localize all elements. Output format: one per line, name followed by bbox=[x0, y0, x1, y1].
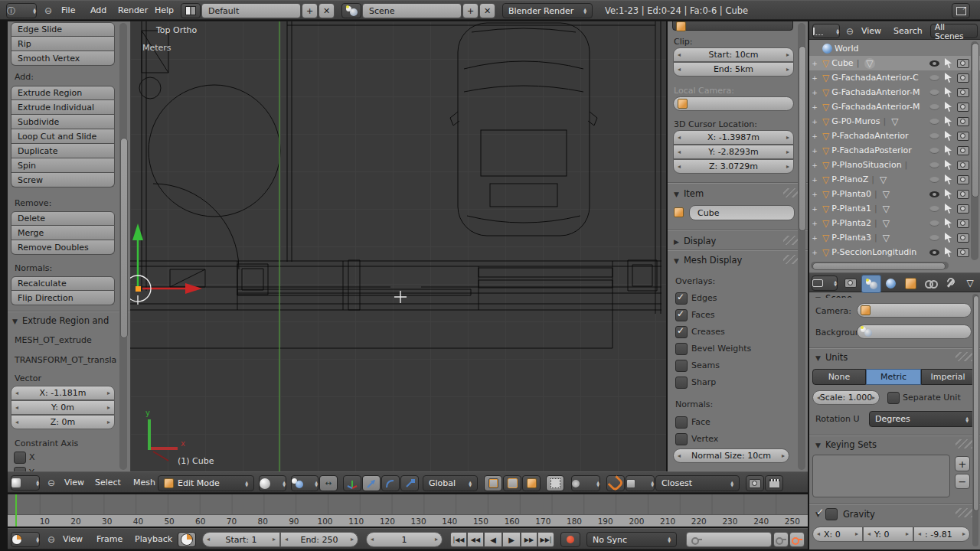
screen-layout-icon[interactable] bbox=[181, 3, 201, 18]
overlay-sharp-checkbox[interactable] bbox=[675, 377, 688, 389]
renderable-camera-icon[interactable] bbox=[957, 146, 969, 155]
outliner-row[interactable]: +▽ P-FachadaAnterior bbox=[809, 129, 970, 143]
render-engine-dropdown[interactable]: Blender Render▲▼ bbox=[502, 3, 593, 18]
outliner-hscrollbar[interactable] bbox=[811, 262, 949, 269]
cursor-z-field[interactable]: ◂Z: 3.0729m▸ bbox=[673, 159, 794, 174]
gravity-y-field[interactable]: ◂Y: 0▸ bbox=[863, 527, 913, 542]
selectable-cursor-icon[interactable] bbox=[945, 160, 952, 170]
menu-playback[interactable]: Playback bbox=[130, 530, 177, 549]
item-name-field[interactable]: Cube bbox=[689, 205, 795, 220]
expand-icon[interactable]: + bbox=[809, 103, 820, 111]
selectable-cursor-icon[interactable] bbox=[945, 116, 952, 126]
collapse-menus-icon[interactable]: ⊖ bbox=[846, 21, 854, 41]
snap-toggle[interactable] bbox=[606, 475, 625, 491]
play-button[interactable]: ▶ bbox=[502, 532, 521, 547]
menu-file[interactable]: File bbox=[57, 1, 80, 21]
current-frame-marker[interactable] bbox=[15, 494, 17, 527]
tab-object-data[interactable]: ▽ bbox=[961, 275, 979, 292]
visibility-eye-icon[interactable] bbox=[929, 133, 939, 139]
gravity-panel-header[interactable]: ▼ Gravity bbox=[815, 508, 875, 520]
jump-to-end-button[interactable]: ▶▶| bbox=[537, 532, 554, 547]
tool-smooth-vertex[interactable]: Smooth Vertex bbox=[11, 51, 115, 66]
visibility-eye-icon[interactable] bbox=[929, 191, 939, 197]
visibility-eye-icon[interactable] bbox=[929, 75, 939, 81]
selectable-cursor-icon[interactable] bbox=[945, 174, 952, 184]
menu-render[interactable]: Render bbox=[113, 1, 152, 21]
mode-dropdown[interactable]: Edit Mode▲▼ bbox=[158, 475, 254, 491]
selectable-cursor-icon[interactable] bbox=[945, 87, 952, 97]
renderable-camera-icon[interactable] bbox=[957, 161, 969, 170]
jump-to-start-button[interactable]: |◀◀ bbox=[450, 532, 467, 547]
visibility-eye-icon[interactable] bbox=[929, 220, 939, 227]
menu-frame[interactable]: Frame bbox=[92, 530, 127, 549]
tab-world[interactable] bbox=[881, 275, 900, 292]
visibility-eye-icon[interactable] bbox=[929, 104, 939, 110]
snap-element-dropdown[interactable]: ▲▼ bbox=[626, 475, 655, 491]
editor-type-selector[interactable]: ▲▼ bbox=[812, 24, 840, 38]
next-keyframe-button[interactable]: ▶▶ bbox=[521, 532, 537, 547]
background-scene-field[interactable] bbox=[857, 324, 972, 339]
frame-end-field[interactable]: ◂End: 250▸ bbox=[280, 532, 358, 547]
tool-flip-direction[interactable]: Flip Direction bbox=[11, 291, 115, 305]
menu-add[interactable]: Add bbox=[86, 1, 111, 21]
separate-unit-checkbox[interactable] bbox=[887, 392, 900, 404]
manipulator-toggle[interactable] bbox=[343, 475, 361, 491]
renderable-camera-icon[interactable] bbox=[957, 117, 969, 126]
selectable-cursor-icon[interactable] bbox=[945, 233, 952, 243]
renderable-camera-icon[interactable] bbox=[957, 233, 969, 243]
limit-selection-toggle[interactable] bbox=[546, 475, 564, 491]
expand-icon[interactable]: + bbox=[809, 161, 820, 169]
toolshelf-scrollbar[interactable] bbox=[119, 23, 127, 470]
viewport-3d[interactable]: Top Ortho Meters y x (1) Cube bbox=[130, 21, 666, 471]
renderable-camera-icon[interactable] bbox=[957, 190, 969, 199]
expand-icon[interactable]: + bbox=[809, 89, 820, 96]
normals-vertex-checkbox[interactable] bbox=[675, 433, 688, 445]
local-camera-field[interactable] bbox=[673, 96, 794, 111]
outliner-row[interactable]: +▽ P-Planta0 |▽ bbox=[809, 187, 970, 201]
expand-icon[interactable]: + bbox=[809, 191, 820, 198]
vector-y-field[interactable]: ◂Y: 0m▸ bbox=[11, 400, 115, 415]
expand-icon[interactable]: + bbox=[809, 234, 820, 242]
edge-select-mode[interactable] bbox=[503, 475, 521, 491]
units-none-button[interactable]: None bbox=[812, 369, 866, 385]
active-keying-set-field[interactable] bbox=[686, 532, 772, 547]
pivot-point-dropdown[interactable]: ▲▼ bbox=[291, 475, 318, 491]
tool-screw[interactable]: Screw bbox=[11, 173, 115, 187]
overlay-edges-checkbox[interactable] bbox=[675, 292, 688, 305]
expand-icon[interactable]: + bbox=[809, 132, 820, 140]
tab-object[interactable] bbox=[901, 275, 920, 292]
outliner-row[interactable]: +▽ P-FachadaPosterior bbox=[809, 143, 970, 158]
auto-keyframe-record-button[interactable] bbox=[560, 532, 580, 547]
visibility-eye-icon[interactable] bbox=[929, 206, 939, 212]
normal-size-field[interactable]: ◂Normal Size: 10cm▸ bbox=[673, 448, 789, 463]
renderable-camera-icon[interactable] bbox=[957, 88, 969, 97]
gravity-checkbox[interactable] bbox=[825, 508, 838, 520]
outliner-row-cube[interactable]: +▽ Cube |▽ bbox=[809, 56, 980, 70]
add-keying-set-button[interactable]: + bbox=[955, 456, 970, 471]
outliner-row[interactable]: +▽ G-P0-Muros |▽ bbox=[809, 114, 970, 129]
gravity-x-field[interactable]: ◂X: 0▸ bbox=[812, 527, 863, 542]
collapse-menus-icon[interactable]: ⊖ bbox=[44, 1, 52, 21]
constraint-x-checkbox[interactable] bbox=[14, 452, 26, 464]
units-panel-header[interactable]: ▼Units bbox=[815, 352, 848, 363]
outliner-row[interactable]: +▽ P-Planta1 |▽ bbox=[809, 201, 970, 216]
frame-start-field[interactable]: ◂Start: 1▸ bbox=[202, 532, 280, 547]
visibility-eye-icon[interactable] bbox=[929, 60, 939, 67]
selectable-cursor-icon[interactable] bbox=[945, 247, 952, 257]
properties-scrollbar[interactable] bbox=[972, 294, 978, 546]
gravity-z-field[interactable]: ◂: -9.81▸ bbox=[913, 527, 970, 542]
timeline-ruler[interactable]: 1020304050607080901001101201301401501601… bbox=[8, 494, 808, 527]
editor-type-selector[interactable]: ▲▼ bbox=[11, 532, 40, 547]
prev-keyframe-button[interactable]: ◀◀ bbox=[467, 532, 484, 547]
selectable-cursor-icon[interactable] bbox=[945, 58, 952, 68]
visibility-eye-icon[interactable] bbox=[929, 235, 939, 241]
selectable-cursor-icon[interactable] bbox=[945, 73, 952, 83]
menu-search[interactable]: Search bbox=[889, 21, 927, 41]
viewport-shading-dropdown[interactable]: ▲▼ bbox=[259, 475, 286, 491]
cursor-x-field[interactable]: ◂X: -1.3987m▸ bbox=[673, 130, 794, 145]
outliner-row[interactable]: +▽ G-FachadaAnterior-C bbox=[809, 70, 970, 85]
pivot-align-toggle[interactable]: ↔ bbox=[319, 475, 338, 491]
menu-mesh[interactable]: Mesh bbox=[129, 473, 160, 493]
outliner-row[interactable]: +▽ P-SeccionLongitudin bbox=[809, 245, 970, 259]
units-imperial-button[interactable]: Imperial bbox=[921, 369, 975, 385]
